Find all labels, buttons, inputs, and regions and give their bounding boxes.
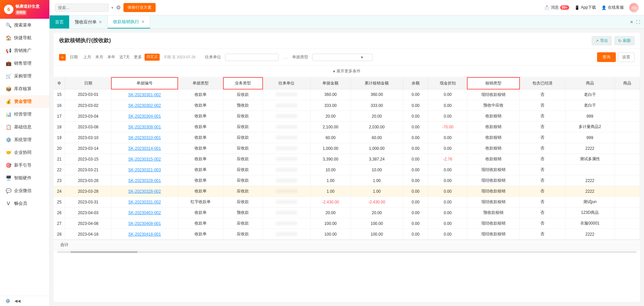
cell-docno[interactable]: SK-20230418-001 bbox=[111, 229, 178, 240]
cell-product2 bbox=[614, 197, 640, 207]
filter-expand-button[interactable]: » bbox=[59, 54, 66, 61]
table-row[interactable]: 16 2023-03-02 SK-20230302-002 收款单 预收款 XX… bbox=[54, 100, 640, 111]
topbar-gear-icon[interactable]: ⚙ bbox=[116, 4, 121, 11]
cell-docno[interactable]: SK-20230328-002 bbox=[111, 186, 178, 197]
tab-receipt-label: 收款核销执行 bbox=[113, 19, 139, 25]
table-row[interactable]: 23 2023-03-28 SK-20230328-001 收款单 应收款 XX… bbox=[54, 175, 640, 186]
footer-label: 合计 bbox=[57, 242, 68, 248]
cell-docno[interactable]: SK-20230328-001 bbox=[111, 175, 178, 186]
cell-include-settled: 否 bbox=[520, 122, 565, 132]
close-window-icon[interactable]: ✕ bbox=[630, 20, 633, 24]
cell-docno[interactable]: SK-20230308-001 bbox=[111, 122, 178, 132]
date-filter-label: 日期 bbox=[70, 54, 78, 60]
sidebar-item-sales[interactable]: 💼 销售管理 bbox=[0, 57, 49, 70]
cell-no: 26 bbox=[54, 207, 65, 218]
export-button[interactable]: ↗ 导出 bbox=[592, 36, 612, 45]
cell-include-settled: 否 bbox=[520, 197, 565, 207]
table-row[interactable]: 17 2023-03-04 SK-20230304-001 收款单 应收款 XX… bbox=[54, 111, 640, 122]
sidebar-item-quick[interactable]: 🏠 快捷导航 bbox=[0, 32, 49, 44]
message-button[interactable]: 📩 消息 99+ bbox=[544, 5, 569, 10]
sidebar-item-member[interactable]: V 畅会员 bbox=[0, 197, 49, 210]
data-table-container: ⚙ 日期 单据编号 单据类型 业务类型 往来单位 单据金额 累计核销金额 余额 … bbox=[54, 77, 640, 302]
topbar-search-input[interactable] bbox=[55, 4, 109, 12]
expand-more-button[interactable]: ▾ 展开更多条件 bbox=[333, 67, 361, 75]
horizontal-scrollbar[interactable] bbox=[54, 250, 640, 254]
more-button[interactable]: 更多 bbox=[132, 54, 143, 61]
sidebar-item-inventory[interactable]: 📦 库存核算 bbox=[0, 82, 49, 95]
tab-receipt-close-icon[interactable]: ✕ bbox=[141, 19, 145, 24]
prev-month-button[interactable]: 上月 bbox=[82, 54, 93, 61]
cur-year-button[interactable]: 本年 bbox=[106, 54, 117, 61]
sidebar-item-marketing[interactable]: 📢 营销推广 bbox=[0, 44, 49, 57]
sidebar-item-enterprise[interactable]: 🤝 企业协同 bbox=[0, 146, 49, 159]
table-row[interactable]: 18 2023-03-08 SK-20230308-001 收款单 应收款 XX… bbox=[54, 122, 640, 132]
table-row[interactable]: 26 2023-04-03 SK-20230403-002 收款单 预收款 XX… bbox=[54, 207, 640, 218]
cell-product1: 123D商品 bbox=[565, 207, 614, 218]
logo-icon: 6 bbox=[4, 5, 13, 14]
table-row[interactable]: 27 2023-04-08 SK-20230408-001 收款单 应收款 XX… bbox=[54, 218, 640, 229]
collapse-icon[interactable]: ◀◀ bbox=[14, 299, 20, 303]
sidebar-item-search[interactable]: 🔍 搜索菜单 bbox=[0, 19, 49, 32]
cell-date: 2023-03-04 bbox=[65, 111, 111, 122]
cell-docno[interactable]: SK-20230321-003 bbox=[111, 165, 178, 175]
cell-docno[interactable]: SK-20230403-002 bbox=[111, 207, 178, 218]
cell-cancel-type: 现结收款核销 bbox=[467, 165, 520, 175]
doc-type-select[interactable]: ▾ bbox=[312, 54, 373, 61]
table-row[interactable]: 22 2023-03-21 SK-20230321-003 收款单 应收款 XX… bbox=[54, 165, 640, 175]
cell-discount: 0.00 bbox=[428, 218, 467, 229]
custom-date-button[interactable]: 自定义 bbox=[145, 54, 160, 61]
cell-docno[interactable]: SK-20230331-002 bbox=[111, 197, 178, 207]
cell-write-off: 360.00 bbox=[351, 89, 403, 100]
cell-docno[interactable]: SK-20230314-001 bbox=[111, 143, 178, 154]
refresh-button[interactable]: ↻ 刷新 bbox=[614, 36, 635, 45]
sidebar-item-operations[interactable]: 📊 经营管理 bbox=[0, 108, 49, 121]
sidebar-item-hardware[interactable]: 🖥️ 智能硬件 bbox=[0, 172, 49, 184]
cell-docno[interactable]: SK-20230315-002 bbox=[111, 154, 178, 165]
cell-product1 bbox=[565, 165, 614, 175]
partner-filter-input[interactable] bbox=[225, 54, 279, 61]
query-button[interactable]: 查询 bbox=[597, 52, 616, 62]
cell-no: 21 bbox=[54, 154, 65, 165]
settings-bottom-icon[interactable]: ⚙️ bbox=[5, 299, 10, 303]
filter-settings-button[interactable]: 设置 bbox=[618, 52, 635, 62]
tab-home[interactable]: 首页 bbox=[50, 15, 69, 28]
industry-solution-button[interactable]: 体验行业方案 bbox=[123, 3, 156, 12]
sidebar-item-finance[interactable]: 💰 资金管理 bbox=[0, 95, 49, 108]
cell-include-settled: 否 bbox=[520, 132, 565, 143]
cell-balance: 0.00 bbox=[403, 143, 428, 154]
week7-button[interactable]: 近7天 bbox=[118, 54, 131, 61]
table-row[interactable]: 15 2023-03-01 SK-20230301-002 收款单 应收款 XX… bbox=[54, 89, 640, 100]
sidebar-item-wechat[interactable]: 💬 企业微信 bbox=[0, 184, 49, 197]
table-row[interactable]: 25 2023-03-31 SK-20230331-002 红字收款单 应收款 … bbox=[54, 197, 640, 207]
cell-cancel-type: 收款核销 bbox=[467, 122, 520, 132]
app-download-button[interactable]: 📱 App下载 bbox=[575, 5, 596, 10]
sidebar-item-system[interactable]: ⚙️ 系统管理 bbox=[0, 133, 49, 146]
cell-docno[interactable]: SK-20230301-002 bbox=[111, 89, 178, 100]
tab-prepay-close-icon[interactable]: ✕ bbox=[99, 20, 102, 24]
cell-docno[interactable]: SK-20230304-001 bbox=[111, 111, 178, 122]
sidebar-item-guide[interactable]: 🎯 新手引导 bbox=[0, 159, 49, 172]
tab-prepay[interactable]: 预收应付单 ✕ bbox=[69, 15, 108, 28]
col-write-off: 累计核销金额 bbox=[351, 77, 403, 89]
table-row[interactable]: 19 2023-03-10 SK-20230310-001 收款单 应收款 XX… bbox=[54, 132, 640, 143]
cell-product1: 2222 bbox=[565, 175, 614, 186]
doc-type-filter-label: 单据类型 bbox=[292, 54, 308, 60]
avatar[interactable]: Rit bbox=[629, 3, 639, 12]
maximize-icon[interactable]: ⛶ bbox=[636, 20, 640, 24]
tab-receipt[interactable]: 收款核销执行 ✕ bbox=[108, 15, 150, 28]
cell-product1: 999 bbox=[565, 111, 614, 122]
cell-docno[interactable]: SK-20230408-001 bbox=[111, 218, 178, 229]
sidebar-item-purchase[interactable]: 🛒 采购管理 bbox=[0, 70, 49, 82]
cell-docno[interactable]: SK-20230310-001 bbox=[111, 132, 178, 143]
cell-no: 19 bbox=[54, 132, 65, 143]
cell-docno[interactable]: SK-20230302-002 bbox=[111, 100, 178, 111]
online-service-button[interactable]: 👤 在线客服 bbox=[601, 5, 624, 10]
table-row[interactable]: 24 2023-03-28 SK-20230328-002 收款单 应收款 XX… bbox=[54, 186, 640, 197]
col-settings[interactable]: ⚙ bbox=[54, 77, 65, 89]
table-row[interactable]: 20 2023-03-14 SK-20230314-001 收款单 应收款 XX… bbox=[54, 143, 640, 154]
cur-month-button[interactable]: 本月 bbox=[94, 54, 105, 61]
table-row[interactable]: 28 2023-04-18 SK-20230418-001 收款单 应收款 XX… bbox=[54, 229, 640, 240]
table-row[interactable]: 21 2023-03-15 SK-20230315-002 收款单 应收款 XX… bbox=[54, 154, 640, 165]
cell-date: 2023-04-03 bbox=[65, 207, 111, 218]
sidebar-item-basic[interactable]: 📋 基础信息 bbox=[0, 121, 49, 133]
